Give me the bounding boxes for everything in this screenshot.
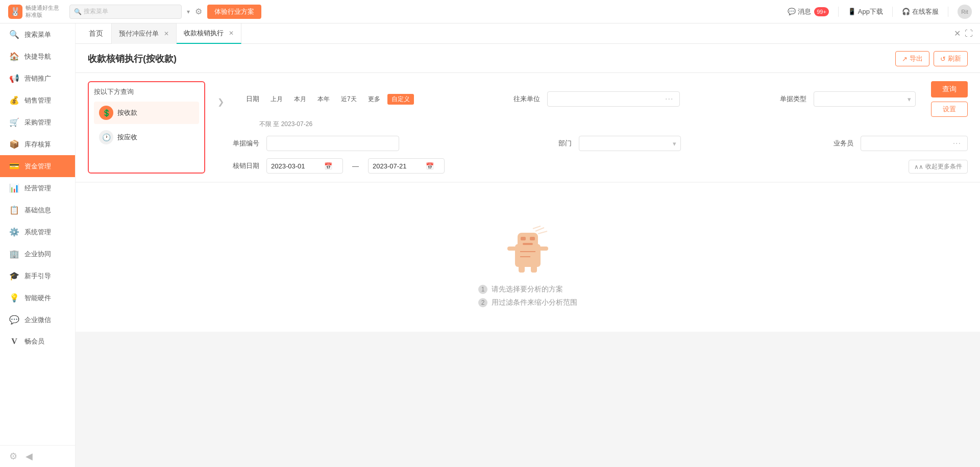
staff-dots[interactable]: ··· (951, 139, 963, 148)
weixin-icon: 💬 (9, 315, 19, 325)
panel-collapse-btn[interactable]: ❯ (215, 91, 226, 112)
filter-fields: 日期 上月 本月 本年 近7天 更多 自定义 往来单位 ··· (231, 81, 968, 174)
marketing-icon: 📢 (9, 73, 19, 83)
tab-home[interactable]: 首页 (81, 23, 112, 44)
divider3 (948, 7, 948, 17)
tab-close-prepay[interactable]: ✕ (164, 30, 169, 37)
receivable-option-label: 按应收 (117, 133, 137, 142)
settings-button[interactable]: 设置 (931, 102, 968, 117)
tab-bar: 首页 预付冲应付单 ✕ 收款核销执行 ✕ ✕ ⛶ (76, 23, 980, 44)
finance-icon: 💳 (9, 161, 19, 171)
staff-input[interactable] (865, 140, 951, 148)
counterpart-input-wrap: ··· (547, 91, 680, 107)
tab-close-receipt[interactable]: ✕ (229, 30, 234, 37)
receipt-option-label: 按收款 (117, 108, 137, 117)
date-this-month-btn[interactable]: 本月 (290, 94, 310, 105)
date-quick-btns: 上月 本月 本年 近7天 更多 自定义 (266, 94, 414, 105)
sidebar-item-system[interactable]: ⚙️ 系统管理 (0, 221, 75, 243)
tab-fullscreen-icon[interactable]: ⛶ (965, 29, 973, 38)
filter-by-receipt[interactable]: 💲 按收款 (94, 102, 199, 124)
svg-rect-1 (518, 233, 538, 248)
doc-no-input-wrap (266, 136, 399, 151)
doc-no-input[interactable] (271, 140, 395, 148)
message-action[interactable]: 💬 消息 99+ (788, 7, 829, 16)
staff-label: 业务员 (825, 139, 853, 148)
tab-prepay[interactable]: 预付冲应付单 ✕ (112, 23, 177, 44)
filter-panel: 按以下方查询 💲 按收款 🕐 按应收 ❯ 日期 上月 (76, 73, 980, 182)
doc-type-select[interactable]: ▾ (814, 91, 916, 107)
sidebar-collapse-icon[interactable]: ◀ (26, 451, 33, 462)
verify-date-end-input[interactable] (373, 162, 424, 170)
home-icon: 🏠 (9, 52, 19, 61)
top-actions: 💬 消息 99+ 📱 App下载 🎧 在线客服 Rit (788, 5, 972, 19)
sidebar-item-hardware[interactable]: 💡 智能硬件 (0, 287, 75, 309)
sidebar-item-inventory[interactable]: 📦 库存核算 (0, 133, 75, 155)
verify-date-start-input[interactable] (271, 162, 322, 170)
verify-date-start-field: 📅 (266, 158, 343, 174)
empty-tip-2: 2 用过滤条件来缩小分析范围 (478, 298, 577, 307)
refresh-button[interactable]: ↺ 刷新 (934, 51, 968, 66)
online-service-action[interactable]: 🎧 在线客服 (902, 7, 939, 16)
svg-rect-2 (521, 237, 526, 240)
empty-state: 1 请先选择要分析的方案 2 用过滤条件来缩小分析范围 (76, 183, 980, 332)
svg-rect-8 (539, 247, 548, 251)
svg-rect-9 (519, 265, 525, 273)
divider (838, 7, 839, 17)
export-button[interactable]: ↗ 导出 (895, 51, 929, 66)
svg-rect-4 (523, 243, 533, 245)
svg-line-13 (535, 228, 544, 231)
counterpart-dots[interactable]: ··· (663, 94, 675, 104)
message-icon: 💬 (788, 8, 796, 15)
sidebar-item-finance[interactable]: 💳 资金管理 (0, 155, 75, 177)
doc-type-chevron-icon: ▾ (908, 95, 911, 103)
settings-gear-icon[interactable]: ⚙ (195, 7, 202, 16)
tip-num-1: 1 (478, 285, 487, 294)
receivable-option-icon: 🕐 (99, 130, 113, 144)
calendar-start-icon[interactable]: 📅 (324, 162, 332, 170)
sidebar-item-basic[interactable]: 📋 基础信息 (0, 199, 75, 221)
calendar-end-icon[interactable]: 📅 (426, 162, 434, 170)
sidebar-item-purchase[interactable]: 🛒 采购管理 (0, 111, 75, 133)
date-range-hint: 不限 至 2023-07-26 (259, 120, 312, 128)
search-chevron-icon[interactable]: ▾ (187, 8, 190, 15)
sidebar-item-marketing[interactable]: 📢 营销推广 (0, 67, 75, 89)
tab-receipt[interactable]: 收款核销执行 ✕ (177, 23, 241, 44)
refresh-icon: ↺ (940, 55, 946, 63)
basic-icon: 📋 (9, 205, 19, 215)
logo-icon: 🐰 (8, 5, 22, 19)
sidebar-item-search[interactable]: 🔍 搜索菜单 (0, 23, 75, 45)
sidebar-item-member[interactable]: V 畅会员 (0, 331, 75, 352)
filter-row-2: 单据编号 部门 ▾ 业务员 ··· (231, 136, 968, 151)
date-custom-tag[interactable]: 自定义 (387, 94, 414, 105)
top-bar: 🐰 畅捷通好生意 标准版 🔍 搜索菜单 ▾ ⚙ 体验行业方案 💬 消息 99+ … (0, 0, 980, 23)
collapse-icon: ∧∧ (914, 163, 923, 170)
page-area: 收款核销执行(按收款) ↗ 导出 ↺ 刷新 按以下方查询 (76, 44, 980, 467)
filter-row-1: 日期 上月 本月 本年 近7天 更多 自定义 往来单位 ··· (231, 81, 968, 117)
counterpart-label: 往来单位 (511, 94, 540, 104)
sidebar-item-sales[interactable]: 💰 销售管理 (0, 89, 75, 111)
date-7days-btn[interactable]: 近7天 (337, 94, 361, 105)
inventory-icon: 📦 (9, 139, 19, 149)
tab-close-all-icon[interactable]: ✕ (954, 29, 961, 38)
sidebar-settings-icon[interactable]: ⚙ (9, 451, 17, 462)
date-label: 日期 (231, 94, 259, 104)
enterprise-icon: 🏢 (9, 249, 19, 259)
sidebar-item-enterprise[interactable]: 🏢 企业协同 (0, 243, 75, 265)
filter-by-receivable[interactable]: 🕐 按应收 (94, 126, 199, 149)
tab-controls: ✕ ⛶ (954, 29, 975, 38)
date-last-month-btn[interactable]: 上月 (266, 94, 287, 105)
sidebar-item-quicknav[interactable]: 🏠 快捷导航 (0, 45, 75, 67)
date-this-year-btn[interactable]: 本年 (313, 94, 334, 105)
app-download-action[interactable]: 📱 App下载 (848, 7, 883, 16)
main-content: 首页 预付冲应付单 ✕ 收款核销执行 ✕ ✕ ⛶ 收款核销执行(按收款) ↗ 导… (76, 23, 980, 467)
sidebar-item-weixin[interactable]: 💬 企业微信 (0, 309, 75, 331)
industry-btn[interactable]: 体验行业方案 (207, 5, 261, 19)
query-button[interactable]: 查询 (931, 81, 968, 97)
sidebar-item-management[interactable]: 📊 经营管理 (0, 177, 75, 199)
collapse-more-btn[interactable]: ∧∧ 收起更多条件 (909, 160, 968, 174)
date-more-btn[interactable]: 更多 (364, 94, 384, 105)
sidebar-item-guide[interactable]: 🎓 新手引导 (0, 265, 75, 287)
counterpart-input[interactable] (552, 95, 663, 103)
dept-select[interactable]: ▾ (579, 136, 681, 151)
user-action[interactable]: Rit (958, 5, 972, 19)
